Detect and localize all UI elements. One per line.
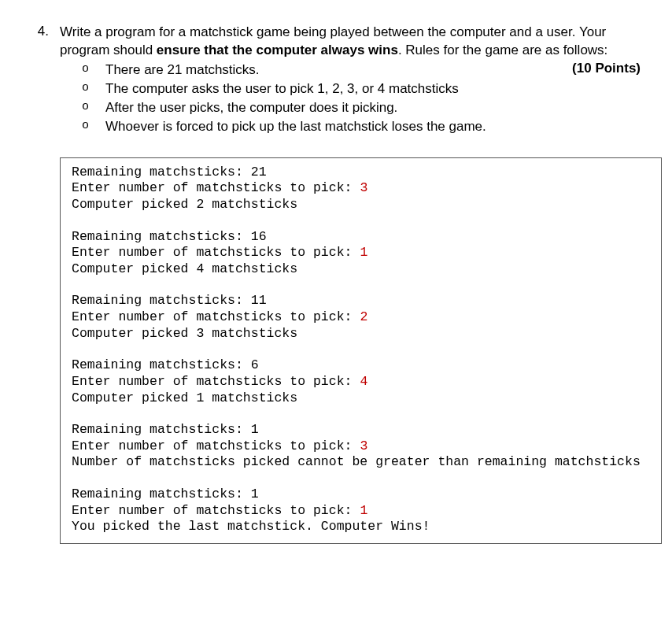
bullet-item: o After the user picks, the computer doe… <box>82 99 641 117</box>
output-block: Remaining matchsticks: 6 Enter number of… <box>72 357 650 406</box>
bullet-marker: o <box>82 61 91 80</box>
user-input: 4 <box>360 374 367 389</box>
result-line: Computer picked 3 matchsticks <box>72 326 650 342</box>
question-number: 4. <box>31 24 49 137</box>
prompt-line: Enter number of matchsticks to pick: 4 <box>72 374 650 390</box>
question-body: Write a program for a matchstick game be… <box>60 24 641 137</box>
prompt-line: Enter number of matchsticks to pick: 1 <box>72 245 650 261</box>
remaining-line: Remaining matchsticks: 1 <box>72 422 650 438</box>
question-intro: Write a program for a matchstick game be… <box>60 24 641 60</box>
result-line: Number of matchsticks picked cannot be g… <box>72 454 650 471</box>
user-input: 2 <box>360 309 367 324</box>
result-line: Computer picked 4 matchsticks <box>72 261 650 278</box>
prompt-line: Enter number of matchsticks to pick: 2 <box>72 309 650 326</box>
output-block: Remaining matchsticks: 1 Enter number of… <box>72 422 650 471</box>
bullet-item: o Whoever is forced to pick up the last … <box>82 118 641 136</box>
prompt-line: Enter number of matchsticks to pick: 3 <box>72 438 650 455</box>
points-label: (10 Points) <box>572 60 641 78</box>
remaining-line: Remaining matchsticks: 6 <box>72 357 650 374</box>
user-input: 3 <box>360 180 367 195</box>
remaining-line: Remaining matchsticks: 21 <box>72 165 650 181</box>
remaining-line: Remaining matchsticks: 16 <box>72 229 650 246</box>
user-input: 1 <box>360 503 367 518</box>
bullet-marker: o <box>82 99 91 117</box>
output-block: Remaining matchsticks: 1 Enter number of… <box>72 486 650 535</box>
bullet-text: Whoever is forced to pick up the last ma… <box>105 118 486 136</box>
intro-text-bold: ensure that the computer always wins <box>157 43 398 57</box>
bullet-text: There are 21 matchsticks. <box>105 61 260 80</box>
remaining-line: Remaining matchsticks: 11 <box>72 293 650 309</box>
bullet-text: The computer asks the user to pick 1, 2,… <box>105 80 459 98</box>
bullet-item: o There are 21 matchsticks. <box>82 61 572 80</box>
bullet-item: o The computer asks the user to pick 1, … <box>82 80 641 98</box>
output-block: Remaining matchsticks: 11 Enter number o… <box>72 293 650 342</box>
intro-text-part2: . Rules for the game are as follows: <box>398 43 607 57</box>
user-input: 1 <box>360 245 367 260</box>
result-line: Computer picked 1 matchsticks <box>72 390 650 407</box>
remaining-line: Remaining matchsticks: 1 <box>72 486 650 503</box>
result-line: Computer picked 2 matchsticks <box>72 197 650 213</box>
prompt-line: Enter number of matchsticks to pick: 3 <box>72 180 650 197</box>
bullet-marker: o <box>82 80 91 98</box>
bullet-marker: o <box>82 118 91 136</box>
output-block: Remaining matchsticks: 21 Enter number o… <box>72 165 650 213</box>
result-line: You picked the last matchstick. Computer… <box>72 519 650 535</box>
bullet-text: After the user picks, the computer does … <box>105 99 397 117</box>
program-output-box: Remaining matchsticks: 21 Enter number o… <box>60 157 662 544</box>
output-block: Remaining matchsticks: 16 Enter number o… <box>72 229 650 278</box>
question-container: 4. Write a program for a matchstick game… <box>31 24 641 137</box>
prompt-line: Enter number of matchsticks to pick: 1 <box>72 503 650 520</box>
user-input: 3 <box>360 438 367 453</box>
bullet-list: o There are 21 matchsticks. o The comput… <box>60 61 641 136</box>
